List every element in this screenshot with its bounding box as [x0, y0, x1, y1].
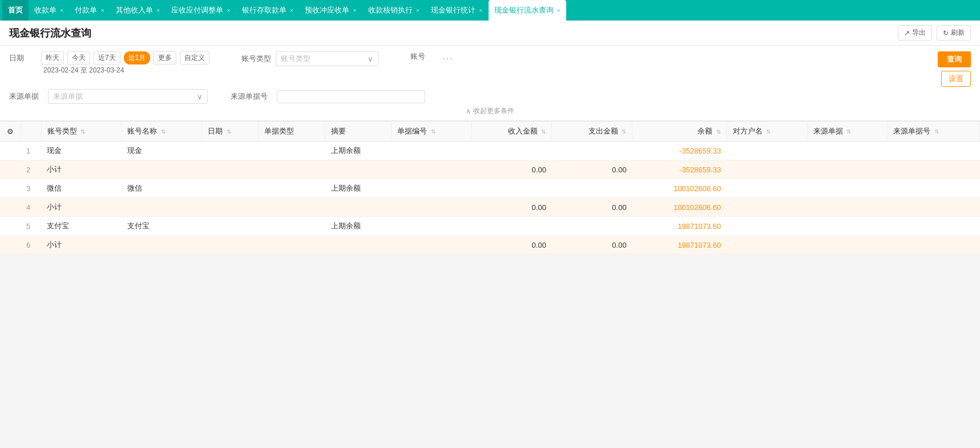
row-doc-type: [258, 217, 325, 236]
source-doc-no-input[interactable]: [277, 90, 425, 103]
row-source-doc: [807, 142, 888, 160]
chevron-down-icon: ∨: [197, 92, 203, 101]
source-doc-column-header[interactable]: 来源单据 ⇅: [807, 122, 888, 142]
date-btn-more[interactable]: 更多: [154, 51, 176, 64]
query-button[interactable]: 查询: [938, 51, 971, 67]
date-btn-yesterday[interactable]: 昨天: [41, 51, 64, 64]
source-doc-select[interactable]: 来源单据 ∨: [48, 89, 208, 104]
row-date: [202, 198, 259, 217]
nav-tab-yingshou[interactable]: 应收应付调整单 ×: [166, 0, 236, 21]
collapse-bar[interactable]: ∧ 收起更多条件: [9, 104, 971, 117]
balance-column-header[interactable]: 余额 ⇅: [632, 122, 727, 142]
date-btn-7days[interactable]: 近7天: [94, 51, 120, 64]
row-number: 6: [21, 236, 41, 255]
nav-tab-xianjinliushui[interactable]: 现金银行流水查询 ×: [489, 0, 566, 21]
page-header: 现金银行流水查询 ↗ 导出 ↻ 刷新: [0, 21, 980, 46]
source-doc-no-column-header[interactable]: 来源单据号 ⇅: [888, 122, 980, 142]
row-balance: 19871073.60: [632, 217, 727, 236]
date-btn-1month[interactable]: 近1月: [124, 51, 151, 64]
row-doc-no: [391, 179, 471, 198]
row-source-doc-no: [888, 179, 980, 198]
row-balance: 100102606.60: [632, 179, 727, 198]
table-header-row: ⚙ 账号类型 ⇅ 账号名称 ⇅ 日期 ⇅ 单据类型: [0, 122, 980, 142]
close-icon[interactable]: ×: [60, 7, 63, 14]
close-icon[interactable]: ×: [100, 7, 104, 14]
row-doc-type: [258, 160, 325, 179]
row-account-name: 支付宝: [122, 217, 202, 236]
refresh-button[interactable]: ↻ 刷新: [937, 25, 971, 41]
row-doc-type: [258, 142, 325, 160]
sort-icon: ⇅: [161, 128, 166, 135]
export-button[interactable]: ↗ 导出: [898, 25, 932, 41]
row-date: [202, 179, 259, 198]
account-type-select[interactable]: 账号类型 ∨: [276, 51, 378, 66]
row-balance: 19871073.60: [632, 236, 727, 255]
nav-tab-yushou[interactable]: 预收冲应收单 ×: [299, 0, 362, 21]
data-table: ⚙ 账号类型 ⇅ 账号名称 ⇅ 日期 ⇅ 单据类型: [0, 121, 980, 255]
nav-tab-shoukuandan[interactable]: 收款单 ×: [29, 0, 69, 21]
row-gear-cell: [0, 179, 21, 198]
source-doc-label: 来源单据: [9, 91, 39, 102]
close-icon[interactable]: ×: [479, 7, 482, 14]
close-icon[interactable]: ×: [156, 7, 160, 14]
row-income: [471, 179, 552, 198]
row-number: 2: [21, 160, 41, 179]
row-account-name: 微信: [122, 179, 202, 198]
sort-icon: ⇅: [716, 128, 721, 135]
expense-column-header[interactable]: 支出金额 ⇅: [552, 122, 632, 142]
row-summary: [325, 198, 392, 217]
close-icon[interactable]: ×: [227, 7, 230, 14]
nav-tab-xianjintongji[interactable]: 现金银行统计 ×: [425, 0, 488, 21]
row-income: [471, 142, 552, 160]
row-summary: [325, 236, 392, 255]
close-icon[interactable]: ×: [290, 7, 293, 14]
date-label: 日期: [9, 53, 37, 63]
row-doc-no: [391, 142, 471, 160]
nav-tab-fukuandan[interactable]: 付款单 ×: [69, 0, 110, 21]
income-column-header[interactable]: 收入金额 ⇅: [471, 122, 552, 142]
row-expense: 0.00: [552, 236, 632, 255]
date-range: 2023-02-24 至 2023-03-24: [43, 66, 124, 74]
row-counterpart: [727, 198, 807, 217]
settings-button[interactable]: 设置: [941, 71, 971, 87]
row-source-doc-no: [888, 236, 980, 255]
chevron-down-icon: ∨: [368, 55, 373, 63]
sort-icon: ⇅: [541, 128, 546, 135]
account-type-column-header[interactable]: 账号类型 ⇅: [41, 122, 122, 142]
export-icon: ↗: [904, 29, 910, 37]
top-nav: 首页 收款单 × 付款单 × 其他收入单 × 应收应付调整单 × 银行存取款单 …: [0, 0, 980, 21]
row-account-type: 小计: [41, 198, 122, 217]
row-date: [202, 217, 259, 236]
row-account-type: 支付宝: [41, 217, 122, 236]
close-icon[interactable]: ×: [416, 7, 420, 14]
account-name-column-header[interactable]: 账号名称 ⇅: [122, 122, 202, 142]
row-expense: [552, 217, 632, 236]
close-icon[interactable]: ×: [353, 7, 356, 14]
row-gear-cell: [0, 160, 21, 179]
date-column-header[interactable]: 日期 ⇅: [202, 122, 259, 142]
row-balance: 100102606.60: [632, 198, 727, 217]
source-doc-placeholder: 来源单据: [53, 91, 83, 102]
nav-tab-yinhangcunqu[interactable]: 银行存取款单 ×: [236, 0, 299, 21]
row-doc-no: [391, 217, 471, 236]
date-btn-today[interactable]: 今天: [67, 51, 90, 64]
gear-column-header[interactable]: ⚙: [0, 122, 21, 142]
row-account-type: 小计: [41, 236, 122, 255]
doc-no-column-header[interactable]: 单据编号 ⇅: [391, 122, 471, 142]
counterpart-column-header[interactable]: 对方户名 ⇅: [727, 122, 807, 142]
nav-home[interactable]: 首页: [2, 0, 29, 21]
num-column-header: [21, 122, 41, 142]
more-dots[interactable]: ...: [442, 51, 453, 62]
row-balance: -3528659.33: [632, 160, 727, 179]
row-source-doc: [807, 160, 888, 179]
close-icon[interactable]: ×: [557, 7, 560, 14]
date-btn-custom[interactable]: 自定义: [180, 51, 209, 64]
filter-area: 日期 昨天 今天 近7天 近1月 更多 自定义 2023-02-24 至 202…: [0, 46, 980, 121]
nav-tab-qitashouru[interactable]: 其他收入单 ×: [110, 0, 166, 21]
row-number: 3: [21, 179, 41, 198]
row-gear-cell: [0, 236, 21, 255]
nav-tab-shoukuanhexiao[interactable]: 收款核销执行 ×: [362, 0, 425, 21]
row-doc-no: [391, 198, 471, 217]
row-income: 0.00: [471, 236, 552, 255]
row-gear-cell: [0, 198, 21, 217]
